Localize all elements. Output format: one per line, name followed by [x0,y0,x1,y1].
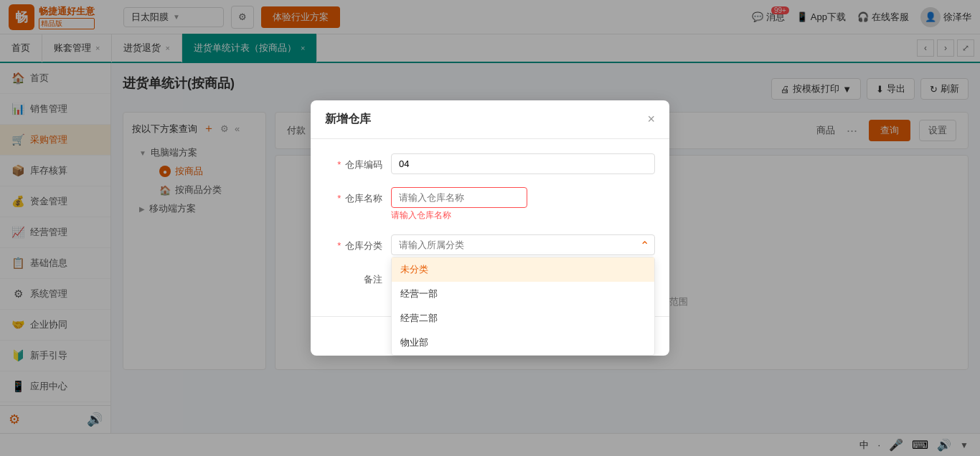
dropdown-item-dept1[interactable]: 经营一部 [392,282,654,306]
code-input[interactable] [391,153,655,174]
dropdown-item-uncategorized[interactable]: 未分类 [392,257,654,282]
form-row-name: * 仓库名称 请输入仓库名称 [325,187,655,222]
category-select-wrap: ⌃ 未分类 经营一部 经营二部 物业部 [391,234,655,255]
name-error-msg: 请输入仓库名称 [391,209,655,222]
category-dropdown-arrow[interactable]: ⌃ [640,238,649,252]
code-label: * 仓库编码 [325,153,382,171]
form-row-code: * 仓库编码 [325,153,655,174]
new-warehouse-modal: 新增仓库 × * 仓库编码 * 仓库名称 请输入仓库名称 [311,100,669,356]
modal-title: 新增仓库 [325,112,371,127]
name-input[interactable] [391,187,527,208]
name-field-wrap: 请输入仓库名称 [391,187,655,222]
modal-close-button[interactable]: × [647,112,655,127]
form-row-category: * 仓库分类 ⌃ 未分类 经营一部 经营二部 物业部 [325,234,655,255]
category-label: * 仓库分类 [325,234,382,252]
modal-body: * 仓库编码 * 仓库名称 请输入仓库名称 * [311,139,669,316]
dropdown-item-dept2[interactable]: 经营二部 [392,306,654,331]
note-label: 备注 [325,268,382,286]
category-dropdown: 未分类 经营一部 经营二部 物业部 [391,257,655,356]
name-label: * 仓库名称 [325,187,382,205]
dropdown-item-property[interactable]: 物业部 [392,331,654,355]
category-input[interactable] [391,234,655,255]
modal-header: 新增仓库 × [311,100,669,139]
modal-overlay: 新增仓库 × * 仓库编码 * 仓库名称 请输入仓库名称 [0,0,980,456]
